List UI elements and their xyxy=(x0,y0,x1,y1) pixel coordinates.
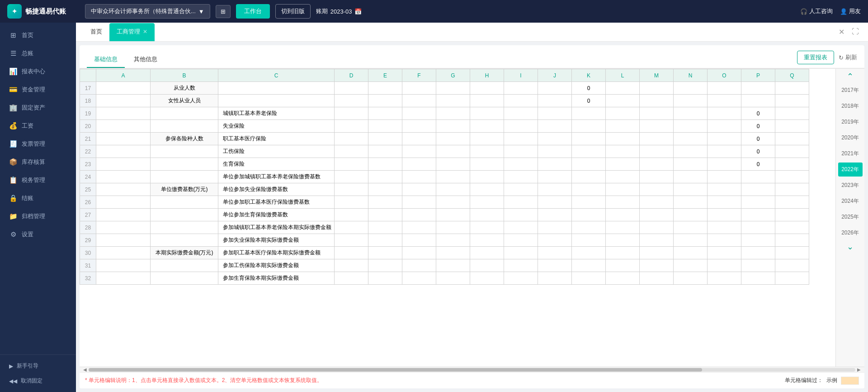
cell-19-E[interactable] xyxy=(368,107,402,120)
cell-32-I[interactable] xyxy=(504,272,538,285)
cell-32-D[interactable] xyxy=(335,272,368,285)
cell-20-F[interactable] xyxy=(402,120,436,133)
cell-17-F[interactable] xyxy=(402,82,436,95)
cell-24-K[interactable] xyxy=(572,171,606,183)
cell-27-Q[interactable] xyxy=(775,209,809,221)
cell-17-Q[interactable] xyxy=(775,82,809,95)
cell-28-K[interactable] xyxy=(572,221,606,234)
cell-22-P[interactable]: 0 xyxy=(741,145,775,158)
cell-23-O[interactable] xyxy=(708,158,741,171)
cell-32-B[interactable] xyxy=(151,272,218,285)
cell-28-B[interactable] xyxy=(151,221,218,234)
sidebar-item-invoice[interactable]: 🧾 发票管理 xyxy=(0,135,76,153)
cell-20-G[interactable] xyxy=(436,120,470,133)
cell-17-J[interactable] xyxy=(538,82,572,95)
cell-19-M[interactable] xyxy=(640,107,674,120)
cell-24-F[interactable] xyxy=(402,171,436,183)
cell-24-O[interactable] xyxy=(708,171,741,183)
refresh-button[interactable]: ↻ 刷新 xyxy=(839,53,857,62)
cell-28-C[interactable]: 参加城镇职工基本养老保险本期实际缴费金额 xyxy=(218,221,335,234)
cell-27-N[interactable] xyxy=(674,209,708,221)
workbench-button[interactable]: 工作台 xyxy=(236,4,270,19)
cell-24-Q[interactable] xyxy=(775,171,809,183)
cell-30-G[interactable] xyxy=(436,247,470,259)
cell-20-I[interactable] xyxy=(504,120,538,133)
cell-20-B[interactable] xyxy=(151,120,218,133)
cell-30-I[interactable] xyxy=(504,247,538,259)
cell-28-L[interactable] xyxy=(606,221,640,234)
cell-18-K[interactable]: 0 xyxy=(572,95,606,107)
cell-26-C[interactable]: 单位参加职工基本医疗保险缴费基数 xyxy=(218,196,335,209)
cell-27-C[interactable]: 单位参加生育保险缴费基数 xyxy=(218,209,335,221)
cell-21-C[interactable]: 职工基本医疗保险 xyxy=(218,133,335,145)
cell-30-M[interactable] xyxy=(640,247,674,259)
company-selector[interactable]: 中审众环会计师事务所（特殊普通合伙... ▼ xyxy=(85,4,210,19)
cell-27-L[interactable] xyxy=(606,209,640,221)
cell-18-J[interactable] xyxy=(538,95,572,107)
cell-22-J[interactable] xyxy=(538,145,572,158)
cell-31-J[interactable] xyxy=(538,259,572,272)
cell-30-Q[interactable] xyxy=(775,247,809,259)
cell-23-F[interactable] xyxy=(402,158,436,171)
cell-31-N[interactable] xyxy=(674,259,708,272)
cell-18-C[interactable] xyxy=(218,95,335,107)
cell-22-L[interactable] xyxy=(606,145,640,158)
cell-17-K[interactable]: 0 xyxy=(572,82,606,95)
cell-26-E[interactable] xyxy=(368,196,402,209)
cell-25-L[interactable] xyxy=(606,183,640,196)
horizontal-scrollbar-area[interactable]: ◀ ▶ xyxy=(80,367,864,372)
cell-25-N[interactable] xyxy=(674,183,708,196)
cell-27-P[interactable] xyxy=(741,209,775,221)
cell-26-N[interactable] xyxy=(674,196,708,209)
cell-24-P[interactable] xyxy=(741,171,775,183)
cell-29-E[interactable] xyxy=(368,234,402,247)
cell-24-H[interactable] xyxy=(470,171,504,183)
cell-20-K[interactable] xyxy=(572,120,606,133)
cell-31-C[interactable]: 参加工伤保险本期实际缴费金额 xyxy=(218,259,335,272)
cell-32-H[interactable] xyxy=(470,272,504,285)
cell-32-P[interactable] xyxy=(741,272,775,285)
tab-close-all-icon[interactable]: ✕ xyxy=(837,26,846,38)
cell-26-D[interactable] xyxy=(335,196,368,209)
cell-19-P[interactable]: 0 xyxy=(741,107,775,120)
cell-18-N[interactable] xyxy=(674,95,708,107)
cell-27-J[interactable] xyxy=(538,209,572,221)
cell-25-H[interactable] xyxy=(470,183,504,196)
cell-30-J[interactable] xyxy=(538,247,572,259)
year-scroll-up-icon[interactable]: ⌃ xyxy=(846,71,854,82)
cell-28-O[interactable] xyxy=(708,221,741,234)
cell-20-J[interactable] xyxy=(538,120,572,133)
cell-27-M[interactable] xyxy=(640,209,674,221)
cell-18-G[interactable] xyxy=(436,95,470,107)
cell-20-M[interactable] xyxy=(640,120,674,133)
year-item-2020[interactable]: 2020年 xyxy=(838,131,863,145)
cell-19-C[interactable]: 城镇职工基本养老保险 xyxy=(218,107,335,120)
cell-26-H[interactable] xyxy=(470,196,504,209)
cell-17-N[interactable] xyxy=(674,82,708,95)
cell-26-A[interactable] xyxy=(96,196,151,209)
cell-31-D[interactable] xyxy=(335,259,368,272)
cell-19-B[interactable] xyxy=(151,107,218,120)
cell-22-D[interactable] xyxy=(335,145,368,158)
cell-23-P[interactable]: 0 xyxy=(741,158,775,171)
sheet-container[interactable]: ABCDEFGHIJKLMNOPQ 17从业人数018女性从业人员019城镇职工… xyxy=(80,69,835,367)
cell-20-A[interactable] xyxy=(96,120,151,133)
cell-26-G[interactable] xyxy=(436,196,470,209)
cell-31-F[interactable] xyxy=(402,259,436,272)
cell-23-K[interactable] xyxy=(572,158,606,171)
cell-24-N[interactable] xyxy=(674,171,708,183)
cell-25-G[interactable] xyxy=(436,183,470,196)
cell-17-L[interactable] xyxy=(606,82,640,95)
cell-26-L[interactable] xyxy=(606,196,640,209)
cell-22-G[interactable] xyxy=(436,145,470,158)
cell-25-Q[interactable] xyxy=(775,183,809,196)
cell-27-K[interactable] xyxy=(572,209,606,221)
cell-22-C[interactable]: 工伤保险 xyxy=(218,145,335,158)
cell-20-N[interactable] xyxy=(674,120,708,133)
cell-20-H[interactable] xyxy=(470,120,504,133)
year-item-2017[interactable]: 2017年 xyxy=(838,83,863,97)
cell-29-P[interactable] xyxy=(741,234,775,247)
cell-23-J[interactable] xyxy=(538,158,572,171)
cell-31-M[interactable] xyxy=(640,259,674,272)
cell-32-M[interactable] xyxy=(640,272,674,285)
